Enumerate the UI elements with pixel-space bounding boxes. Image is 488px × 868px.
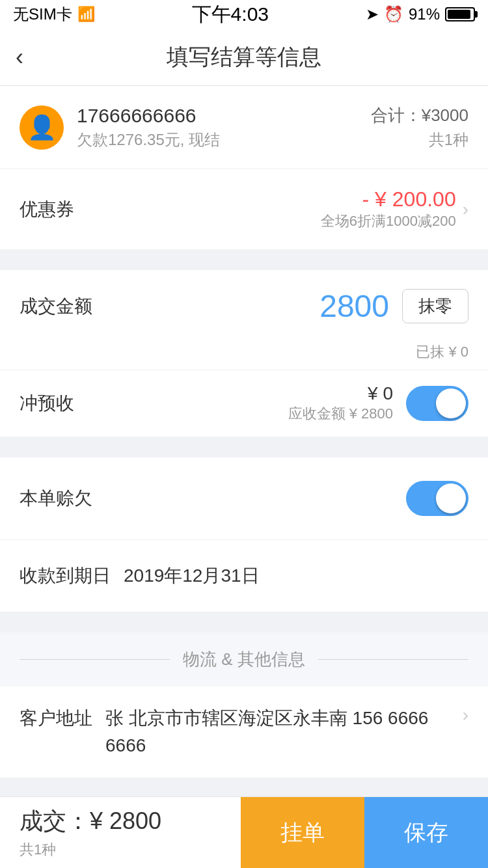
amount-card: 成交金额 2800 抹零 已抹 ¥ 0 冲预收 ¥ 0 应收金额 ¥ 2800: [0, 270, 488, 437]
coupon-label: 优惠券: [20, 197, 74, 222]
wifi-icon: 📶: [77, 6, 95, 23]
debt-label: 本单赊欠: [20, 486, 92, 511]
address-chevron-icon: ›: [463, 705, 468, 726]
bottom-count: 共1种: [20, 840, 221, 860]
deal-amount-section: 成交金额 2800 抹零 已抹 ¥ 0: [0, 270, 488, 370]
coupon-row[interactable]: 优惠券 - ¥ 200.00 全场6折满1000减200 ›: [0, 169, 488, 249]
toggle-knob: [436, 388, 466, 418]
page-title: 填写结算等信息: [167, 42, 321, 72]
main-content: 👤 17666666666 欠款1276.35元, 现结 合计：¥3000 共1…: [0, 86, 488, 866]
logistics-line-right: [318, 659, 468, 660]
prepay-amount: ¥ 0: [288, 383, 393, 404]
section-divider-3: [0, 622, 488, 632]
address-label: 客户地址: [20, 705, 92, 731]
chevron-right-icon: ›: [463, 199, 468, 220]
debt-toggle-knob: [436, 483, 466, 513]
prepay-subtext: 应收金额 ¥ 2800: [288, 404, 393, 424]
address-row[interactable]: 客户地址 张 北京市市辖区海淀区永丰南 156 6666 6666 ›: [0, 686, 488, 778]
coupon-right: - ¥ 200.00 全场6折满1000减200 ›: [321, 187, 468, 231]
customer-row: 👤 17666666666 欠款1276.35元, 现结 合计：¥3000 共1…: [0, 86, 488, 169]
customer-info: 17666666666 欠款1276.35元, 现结: [77, 105, 220, 150]
avatar-icon: 👤: [27, 114, 57, 141]
section-divider-2: [0, 447, 488, 457]
prepay-right: ¥ 0 应收金额 ¥ 2800: [288, 383, 468, 424]
section-divider-1: [0, 260, 488, 270]
total-label: 合计：¥3000: [371, 104, 468, 127]
coupon-desc: 全场6折满1000减200: [321, 211, 456, 231]
amount-row: 成交金额 2800 抹零: [0, 270, 488, 342]
back-button[interactable]: ‹: [16, 44, 23, 71]
pending-button[interactable]: 挂单: [241, 797, 364, 869]
address-content: 张 北京市市辖区海淀区永丰南 156 6666 6666: [105, 705, 463, 759]
customer-left: 👤 17666666666 欠款1276.35元, 现结: [20, 105, 220, 150]
status-bar: 无SIM卡 📶 下午4:03 ➤ ⏰ 91%: [0, 0, 488, 29]
coupon-discount: - ¥ 200.00: [321, 187, 456, 211]
customer-right: 合计：¥3000 共1种: [371, 104, 468, 150]
alarm-icon: ⏰: [384, 5, 403, 23]
total-count: 共1种: [371, 129, 468, 150]
logistics-line-left: [20, 659, 170, 660]
amount-right: 2800 抹零: [319, 288, 468, 324]
carrier-text: 无SIM卡: [13, 4, 72, 25]
debt-toggle[interactable]: [406, 481, 468, 516]
bottom-summary: 成交：¥ 2800 共1种: [0, 806, 241, 860]
deal-amount-value: 2800: [319, 288, 389, 324]
debt-card: 本单赊欠 收款到期日 2019年12月31日: [0, 457, 488, 612]
status-right: ➤ ⏰ 91%: [366, 5, 475, 23]
avatar: 👤: [20, 105, 64, 150]
customer-card: 👤 17666666666 欠款1276.35元, 现结 合计：¥3000 共1…: [0, 86, 488, 249]
location-icon: ➤: [366, 5, 379, 23]
logistics-divider-text: 物流 & 其他信息: [170, 648, 318, 671]
round-subtext: 已抹 ¥ 0: [0, 342, 488, 370]
due-date-label: 收款到期日: [20, 563, 111, 588]
bottom-bar: 成交：¥ 2800 共1种 挂单 保存: [0, 796, 488, 868]
battery-icon: [445, 7, 475, 21]
due-date-value: 2019年12月31日: [124, 563, 260, 588]
logistics-card: 物流 & 其他信息 客户地址 张 北京市市辖区海淀区永丰南 156 6666 6…: [0, 632, 488, 778]
status-time: 下午4:03: [192, 1, 269, 28]
prepay-row: 冲预收 ¥ 0 应收金额 ¥ 2800: [0, 370, 488, 437]
customer-phone: 17666666666: [77, 105, 220, 127]
debt-row: 本单赊欠: [0, 457, 488, 539]
prepay-label: 冲预收: [20, 391, 74, 416]
prepay-values: ¥ 0 应收金额 ¥ 2800: [288, 383, 393, 424]
status-left: 无SIM卡 📶: [13, 4, 95, 25]
customer-subtext: 欠款1276.35元, 现结: [77, 129, 220, 150]
logistics-divider: 物流 & 其他信息: [0, 632, 488, 686]
due-date-row: 收款到期日 2019年12月31日: [0, 539, 488, 612]
bottom-deal-text: 成交：¥ 2800: [20, 806, 221, 837]
nav-bar: ‹ 填写结算等信息: [0, 29, 488, 86]
save-button[interactable]: 保存: [364, 797, 488, 869]
deal-amount-label: 成交金额: [20, 294, 92, 319]
round-button[interactable]: 抹零: [402, 289, 468, 323]
prepay-toggle[interactable]: [406, 386, 468, 421]
battery-percent: 91%: [409, 5, 440, 23]
